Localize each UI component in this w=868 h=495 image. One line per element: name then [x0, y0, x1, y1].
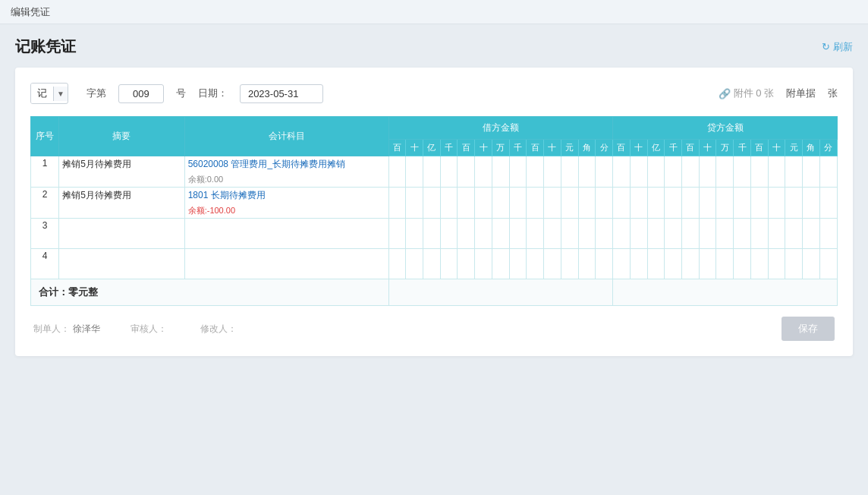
credit-digit-r2-c1[interactable]	[613, 188, 631, 219]
credit-digit-r4-c13[interactable]	[819, 249, 837, 279]
row-account-1[interactable]: 56020008 管理费用_长期待摊费用摊销余额:0.00	[184, 156, 388, 188]
debit-digit-r2-c8[interactable]	[509, 188, 527, 219]
debit-digit-r1-c4[interactable]	[440, 156, 458, 188]
credit-digit-r2-c5[interactable]	[681, 188, 699, 219]
credit-digit-r2-c11[interactable]	[785, 188, 803, 219]
attachment-link[interactable]: 🔗 附件 0 张	[719, 87, 774, 100]
debit-digit-r4-c9[interactable]	[527, 249, 544, 279]
credit-digit-r1-c10[interactable]	[768, 156, 785, 188]
credit-digit-r2-c6[interactable]	[699, 188, 716, 219]
credit-digit-r1-c2[interactable]	[630, 156, 647, 188]
debit-digit-r2-c1[interactable]	[388, 188, 406, 219]
credit-digit-r4-c8[interactable]	[734, 249, 751, 279]
debit-digit-r2-c4[interactable]	[440, 188, 458, 219]
credit-digit-r4-c4[interactable]	[665, 249, 682, 279]
credit-digit-r3-c9[interactable]	[750, 219, 768, 249]
credit-digit-r2-c10[interactable]	[768, 188, 785, 219]
debit-digit-r2-c2[interactable]	[406, 188, 423, 219]
debit-digit-r4-c4[interactable]	[440, 249, 458, 279]
credit-digit-r1-c11[interactable]	[785, 156, 803, 188]
row-summary-4[interactable]	[59, 249, 184, 279]
debit-digit-r1-c12[interactable]	[578, 156, 596, 188]
debit-digit-r4-c11[interactable]	[561, 249, 578, 279]
debit-digit-r1-c7[interactable]	[492, 156, 509, 188]
credit-digit-r1-c9[interactable]	[750, 156, 768, 188]
debit-digit-r1-c11[interactable]	[561, 156, 578, 188]
debit-digit-r3-c13[interactable]	[596, 219, 613, 249]
debit-digit-r3-c11[interactable]	[561, 219, 578, 249]
debit-digit-r3-c8[interactable]	[509, 219, 527, 249]
debit-digit-r4-c6[interactable]	[475, 249, 492, 279]
debit-digit-r4-c7[interactable]	[492, 249, 509, 279]
credit-digit-r4-c9[interactable]	[750, 249, 768, 279]
debit-digit-r2-c11[interactable]	[561, 188, 578, 219]
debit-digit-r1-c8[interactable]	[509, 156, 527, 188]
row-summary-3[interactable]	[59, 219, 184, 249]
credit-digit-r3-c2[interactable]	[630, 219, 647, 249]
credit-digit-r1-c12[interactable]	[803, 156, 820, 188]
debit-digit-r2-c5[interactable]	[458, 188, 475, 219]
debit-digit-r2-c6[interactable]	[475, 188, 492, 219]
credit-digit-r3-c5[interactable]	[681, 219, 699, 249]
debit-digit-r1-c3[interactable]	[423, 156, 440, 188]
debit-digit-r3-c10[interactable]	[544, 219, 561, 249]
debit-digit-r4-c3[interactable]	[423, 249, 440, 279]
debit-digit-r1-c6[interactable]	[475, 156, 492, 188]
debit-digit-r2-c3[interactable]	[423, 188, 440, 219]
credit-digit-r4-c3[interactable]	[647, 249, 665, 279]
credit-digit-r3-c3[interactable]	[647, 219, 665, 249]
debit-digit-r1-c5[interactable]	[458, 156, 475, 188]
credit-digit-r1-c13[interactable]	[819, 156, 837, 188]
debit-digit-r4-c5[interactable]	[458, 249, 475, 279]
credit-digit-r2-c8[interactable]	[734, 188, 751, 219]
debit-digit-r3-c9[interactable]	[527, 219, 544, 249]
debit-digit-r3-c1[interactable]	[388, 219, 406, 249]
credit-digit-r3-c4[interactable]	[665, 219, 682, 249]
debit-digit-r2-c9[interactable]	[527, 188, 544, 219]
debit-digit-r4-c2[interactable]	[406, 249, 423, 279]
debit-digit-r3-c5[interactable]	[458, 219, 475, 249]
save-button[interactable]: 保存	[782, 317, 835, 341]
debit-digit-r1-c1[interactable]	[388, 156, 406, 188]
debit-digit-r1-c10[interactable]	[544, 156, 561, 188]
credit-digit-r3-c10[interactable]	[768, 219, 785, 249]
credit-digit-r1-c6[interactable]	[699, 156, 716, 188]
debit-digit-r2-c7[interactable]	[492, 188, 509, 219]
credit-digit-r1-c3[interactable]	[647, 156, 665, 188]
ji-dropdown-arrow[interactable]: ▼	[53, 87, 68, 101]
credit-digit-r3-c11[interactable]	[785, 219, 803, 249]
debit-digit-r2-c12[interactable]	[578, 188, 596, 219]
row-summary-1[interactable]: 摊销5月待摊费用	[59, 156, 184, 188]
credit-digit-r3-c8[interactable]	[734, 219, 751, 249]
credit-digit-r1-c4[interactable]	[665, 156, 682, 188]
credit-digit-r3-c6[interactable]	[699, 219, 716, 249]
credit-digit-r4-c10[interactable]	[768, 249, 785, 279]
debit-digit-r2-c10[interactable]	[544, 188, 561, 219]
credit-digit-r4-c11[interactable]	[785, 249, 803, 279]
debit-digit-r1-c13[interactable]	[596, 156, 613, 188]
credit-digit-r4-c2[interactable]	[630, 249, 647, 279]
debit-digit-r4-c13[interactable]	[596, 249, 613, 279]
debit-digit-r3-c7[interactable]	[492, 219, 509, 249]
credit-digit-r2-c9[interactable]	[750, 188, 768, 219]
fudanjv-button[interactable]: 附单据	[786, 87, 816, 100]
credit-digit-r1-c7[interactable]	[716, 156, 734, 188]
credit-digit-r3-c12[interactable]	[803, 219, 820, 249]
row-account-2[interactable]: 1801 长期待摊费用余额:-100.00	[184, 188, 388, 219]
debit-digit-r4-c10[interactable]	[544, 249, 561, 279]
debit-digit-r3-c2[interactable]	[406, 219, 423, 249]
credit-digit-r4-c6[interactable]	[699, 249, 716, 279]
debit-digit-r3-c12[interactable]	[578, 219, 596, 249]
credit-digit-r2-c3[interactable]	[647, 188, 665, 219]
credit-digit-r3-c7[interactable]	[716, 219, 734, 249]
row-summary-2[interactable]: 摊销5月待摊费用	[59, 188, 184, 219]
zi-number-input[interactable]	[118, 84, 164, 103]
debit-digit-r4-c1[interactable]	[388, 249, 406, 279]
credit-digit-r1-c1[interactable]	[613, 156, 631, 188]
debit-digit-r3-c4[interactable]	[440, 219, 458, 249]
ji-select-group[interactable]: 记 ▼	[30, 83, 68, 104]
credit-digit-r1-c5[interactable]	[681, 156, 699, 188]
credit-digit-r4-c1[interactable]	[613, 249, 631, 279]
debit-digit-r1-c9[interactable]	[527, 156, 544, 188]
credit-digit-r4-c7[interactable]	[716, 249, 734, 279]
